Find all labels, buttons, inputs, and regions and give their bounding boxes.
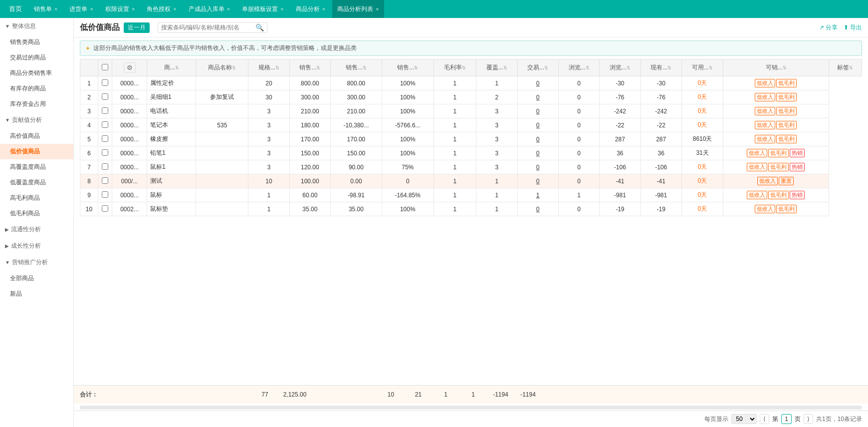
view-link[interactable]: 0: [536, 94, 540, 101]
horizontal-scrollbar[interactable]: [80, 406, 862, 410]
row-avg: -10,380...: [330, 118, 382, 132]
row-checkbox[interactable]: [102, 121, 108, 128]
search-icon[interactable]: 🔍: [255, 23, 264, 31]
sidebar-item-high-value[interactable]: 高价值商品: [0, 128, 73, 144]
row-checkbox[interactable]: [102, 79, 108, 86]
sidebar-section-circulation[interactable]: ▶ 流通性分析: [0, 221, 73, 238]
view-link[interactable]: 0: [536, 178, 540, 185]
th-view1[interactable]: 浏览...⇅: [558, 59, 599, 76]
sidebar-item-sales-products[interactable]: 销售类商品: [0, 34, 73, 50]
sidebar-item-high-margin[interactable]: 高毛利商品: [0, 190, 73, 206]
nav-sales-order[interactable]: 销售单 ×: [29, 0, 62, 18]
row-checkbox[interactable]: [102, 107, 108, 114]
share-button[interactable]: ↗ 分享: [819, 23, 838, 32]
th-trade[interactable]: 交易...⇅: [517, 59, 558, 76]
sidebar-item-low-coverage[interactable]: 低覆盖度商品: [0, 175, 73, 190]
row-code: 0000...: [112, 160, 147, 174]
row-spec: 参加复试: [196, 90, 248, 104]
view-link[interactable]: 0: [536, 122, 540, 129]
row-checkbox[interactable]: [102, 177, 108, 184]
sidebar-section-contribution[interactable]: ▼ 贡献值分析: [0, 112, 73, 128]
nav-permission-settings[interactable]: 权限设置 ×: [100, 0, 140, 18]
close-icon[interactable]: ×: [376, 6, 379, 12]
summary-avail: -1194: [514, 389, 542, 401]
sidebar-item-category-sales-rate[interactable]: 商品分类销售率: [0, 65, 73, 81]
search-input[interactable]: [161, 24, 255, 31]
sidebar-section-growth[interactable]: ▶ 成长性分析: [0, 238, 73, 254]
sidebar-item-in-stock-products[interactable]: 有库存的商品: [0, 81, 73, 96]
close-icon[interactable]: ×: [132, 6, 135, 12]
row-trade: 3: [476, 160, 517, 174]
period-button[interactable]: 近一月: [124, 22, 150, 33]
row-checkbox[interactable]: [102, 149, 108, 156]
next-page-button[interactable]: ⟩: [804, 414, 813, 424]
tag-badge: 低毛利: [768, 163, 789, 171]
row-checkbox[interactable]: [102, 205, 108, 212]
th-gross-margin[interactable]: 毛利率⇅: [434, 59, 476, 76]
row-view2: 0: [558, 104, 599, 118]
view-link[interactable]: 0: [536, 164, 540, 171]
close-icon[interactable]: ×: [173, 6, 176, 12]
row-checkbox[interactable]: [102, 135, 108, 142]
sidebar-item-low-value[interactable]: 低价值商品: [0, 144, 73, 159]
row-view1: 0: [517, 90, 558, 104]
summary-trade: 21: [405, 389, 432, 401]
close-icon[interactable]: ×: [90, 6, 93, 12]
sidebar-item-new-products[interactable]: 新品: [0, 286, 73, 302]
th-product-code[interactable]: 商...⇅: [147, 59, 196, 76]
export-button[interactable]: ⬆ 导出: [844, 23, 862, 32]
row-avg: -98.91: [330, 188, 382, 202]
sidebar-item-low-margin[interactable]: 低毛利商品: [0, 206, 73, 221]
close-icon[interactable]: ×: [280, 6, 283, 12]
sidebar-item-traded-products[interactable]: 交易过的商品: [0, 50, 73, 65]
row-code: 0000...: [112, 188, 147, 202]
nav-role-auth[interactable]: 角色授权 ×: [142, 0, 181, 18]
nav-purchase-order[interactable]: 进货单 ×: [64, 0, 98, 18]
row-qty: 1: [248, 202, 289, 216]
row-gross: 0: [382, 174, 434, 188]
view-link[interactable]: 0: [536, 206, 540, 213]
th-available[interactable]: 可用...⇅: [681, 59, 723, 76]
sidebar-item-high-coverage[interactable]: 高覆盖度商品: [0, 159, 73, 175]
th-sales-amt[interactable]: 销售...⇅: [330, 59, 382, 76]
th-sales-qty[interactable]: 销售...⇅: [289, 59, 330, 76]
th-tags[interactable]: 标签⇅: [829, 59, 862, 76]
th-view2[interactable]: 浏览...⇅: [600, 59, 641, 76]
nav-product-inbound[interactable]: 产成品入库单 ×: [184, 0, 235, 18]
row-trade: 1: [476, 188, 517, 202]
close-icon[interactable]: ×: [54, 6, 57, 12]
nav-home[interactable]: 首页: [4, 0, 27, 18]
view-link[interactable]: 0: [536, 80, 540, 87]
th-sales-avg[interactable]: 销售...⇅: [382, 59, 434, 76]
nav-product-analysis[interactable]: 商品分析 ×: [291, 0, 330, 18]
row-checkbox[interactable]: [102, 93, 108, 100]
th-code[interactable]: ⚙: [112, 59, 147, 76]
nav-template-settings[interactable]: 单据模板设置 ×: [237, 0, 288, 18]
th-current-stock[interactable]: 现有...⇅: [641, 59, 681, 76]
th-coverage[interactable]: 覆盖...⇅: [476, 59, 517, 76]
sidebar-item-inventory-capital[interactable]: 库存资金占用: [0, 96, 73, 112]
gear-button[interactable]: ⚙: [124, 62, 136, 73]
row-selldays: 0天: [681, 174, 723, 188]
select-all-checkbox[interactable]: [102, 64, 108, 70]
page-size-select[interactable]: 50 100 200: [731, 414, 757, 424]
nav-product-analysis-list[interactable]: 商品分析列表 ×: [332, 0, 384, 18]
view-link[interactable]: 1: [536, 192, 540, 199]
sidebar-section-marketing[interactable]: ▼ 营销推广分析: [0, 254, 73, 271]
th-sellable-days[interactable]: 可销...⇅: [723, 59, 829, 76]
th-spec[interactable]: 规格...⇅: [248, 59, 289, 76]
row-checkbox[interactable]: [102, 191, 108, 198]
close-icon[interactable]: ×: [227, 6, 230, 12]
sidebar-item-all-products[interactable]: 全部商品: [0, 271, 73, 286]
row-selldays: 0天: [681, 104, 723, 118]
th-product-name[interactable]: 商品名称⇅: [196, 59, 248, 76]
close-icon[interactable]: ×: [322, 6, 325, 12]
row-checkbox[interactable]: [102, 163, 108, 170]
first-page-button[interactable]: ⟨: [760, 414, 769, 424]
view-link[interactable]: 0: [536, 136, 540, 143]
row-tags: 低收入低毛利: [723, 76, 829, 90]
view-link[interactable]: 0: [536, 150, 540, 157]
page-size-label: 每页显示: [704, 415, 728, 424]
view-link[interactable]: 0: [536, 108, 540, 115]
sidebar-section-overall[interactable]: ▼ 整体信息: [0, 18, 73, 34]
